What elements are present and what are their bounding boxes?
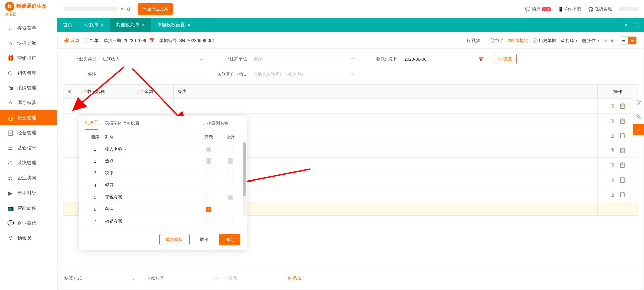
cancel-button[interactable]: 取消 [194,234,215,245]
checkbox[interactable] [206,182,211,187]
sidebar-item[interactable]: ⬡销售管理 [0,66,57,81]
close-icon[interactable]: ✕ [142,23,145,27]
calendar-icon[interactable]: 📅 [478,57,484,62]
checkbox[interactable] [228,182,233,187]
sidebar-item[interactable]: 💬企业微信 [0,216,57,231]
remark-input[interactable] [100,69,205,79]
close-tab-button[interactable]: ✕ [623,21,629,29]
delete-icon[interactable]: 🗑 [610,192,615,198]
delete-icon[interactable]: 🗑 [610,177,615,183]
fullscreen-button[interactable]: ⛶ [632,21,639,29]
sidebar-item[interactable]: 🎁营销推广 [0,51,57,66]
video-button[interactable]: ▷视频 [467,38,480,44]
float-attach-button[interactable]: 📎 [633,111,644,122]
float-expand-button[interactable]: ⤢ [633,124,644,135]
settings-button[interactable]: ⚙设置 [494,54,517,64]
biz-type-select[interactable]: 往来收入 ⌄ [100,54,205,64]
checkbox[interactable] [206,218,211,223]
tab-column-settings[interactable]: 列设置 [85,120,98,130]
sidebar-item[interactable]: 📋经营管理 [0,125,57,140]
sidebar-item[interactable]: ☰基础信息 [0,140,57,155]
doc-template-button[interactable]: 单据模板 [159,234,190,245]
online-service-button[interactable]: 🎧 在线客服 [588,6,612,12]
sidebar-item[interactable]: ◌系统管理 [0,155,57,170]
copy-icon[interactable]: 📋 [619,147,626,153]
tab[interactable]: 首页 [57,18,78,32]
account-select[interactable]: ••• [167,273,220,283]
checkbox[interactable] [206,170,211,175]
col-amount[interactable]: ▲▼ *金额 [133,85,174,98]
sidebar-item[interactable]: 💰资金管理 [0,110,57,125]
relate-customer-input[interactable]: 请输入关联客户（收入单） ••• [251,69,356,79]
checkbox[interactable] [228,206,233,211]
col-remark[interactable]: 备注 [174,85,598,98]
view-list-button[interactable]: ☰ [619,37,628,44]
doc-date-value[interactable]: 2023-06-06 [124,38,146,43]
due-date-input[interactable]: 2023-06-06 [401,54,475,64]
user-avatar[interactable] [619,7,639,11]
column-search-input[interactable] [207,121,240,126]
prev-button[interactable]: ◀ [604,38,607,43]
tab-font-rowheight[interactable]: 表格字体行高设置 [105,120,140,129]
sidebar-item[interactable]: ⌂库存核算 [0,95,57,110]
radio-blue-doc[interactable]: 蓝单 [64,38,79,44]
sidebar-item[interactable]: 📺智能硬件 [0,201,57,216]
sidebar-item[interactable]: ⌕搜索菜单 [0,21,57,36]
partner-select[interactable]: 选择... ••• [251,54,356,64]
confirm-button[interactable]: 确定 [219,234,240,245]
tab[interactable]: 单据模板设置✕ [151,18,197,32]
delete-icon[interactable]: 🗑 [610,162,615,168]
message-button[interactable]: 💬 消息 99+ [525,6,551,12]
popup-scrollbar[interactable] [243,142,246,216]
radio-red-doc[interactable]: 红单 [84,38,99,44]
next-button[interactable]: ▶ [611,38,614,43]
checkbox[interactable]: ✓ [228,158,233,164]
sidebar-item[interactable]: 🛍采购管理 [0,81,57,95]
sidebar-item-label: 基础信息 [17,145,36,151]
add-settlement-button[interactable]: ⊕添加 [287,275,301,281]
view-detail-button[interactable]: ≡ [628,37,636,44]
table-row[interactable]: 🗑📋 [63,99,638,114]
calendar-icon[interactable]: 📅 [149,38,154,43]
delete-icon[interactable]: 🗑 [610,118,615,124]
history-button[interactable]: 🕘历史单据 [532,38,556,44]
checkbox[interactable] [228,146,233,151]
sidebar-item[interactable]: ▶新手引导 [0,186,57,201]
org-selector[interactable]: ▼ ⚙ [64,7,131,12]
gear-icon[interactable]: ⚙ [127,7,131,12]
copy-icon[interactable]: 📋 [619,133,626,139]
print-button[interactable]: 🖨打印▼ [560,38,578,44]
tab[interactable]: 其他收入单✕ [110,18,151,32]
copy-icon[interactable]: 📋 [619,177,626,183]
checkbox[interactable]: ✓ [228,195,233,200]
float-note-button[interactable]: 📝 [633,97,644,108]
settle-method-select[interactable]: ⌄ [85,273,138,283]
industry-scheme-button[interactable]: 体验行业方案 [138,3,173,15]
copy-icon[interactable]: 📋 [619,118,626,124]
copy-icon[interactable]: 📋 [619,192,626,198]
checkbox[interactable]: ✓ [206,158,211,164]
grid-settings-button[interactable]: ⚙ [63,85,76,98]
app-download-button[interactable]: 📱 App下载 [558,6,581,12]
copy-icon[interactable]: 📋 [619,103,626,109]
help-button[interactable]: ⓘ帮助 [490,38,504,44]
checkbox[interactable] [206,194,211,199]
close-icon[interactable]: ✕ [101,23,104,27]
shortcut-button[interactable]: ⌨快捷键 [508,38,528,44]
col-income-name[interactable]: ▲▼ *收入名称 [76,85,133,98]
sidebar-item[interactable]: ⌂快捷导航 [0,36,57,51]
checkbox[interactable] [228,218,233,223]
close-icon[interactable]: ✕ [187,23,191,27]
checkbox[interactable]: ✓ [206,207,211,212]
delete-icon[interactable]: 🗑 [610,133,615,139]
sidebar-item[interactable]: ☴企业协同 [0,170,57,186]
copy-icon[interactable]: 📋 [619,162,626,168]
operation-button[interactable]: ▦操作▼ [582,38,600,44]
doc-no-label: 单据编号 [159,38,177,44]
sidebar-item[interactable]: V畅会员 [0,231,57,245]
delete-icon[interactable]: 🗑 [610,103,615,109]
checkbox[interactable] [228,170,233,175]
checkbox[interactable]: ✓ [206,147,211,152]
tab[interactable]: 付款单✕ [78,18,110,32]
delete-icon[interactable]: 🗑 [610,147,615,153]
